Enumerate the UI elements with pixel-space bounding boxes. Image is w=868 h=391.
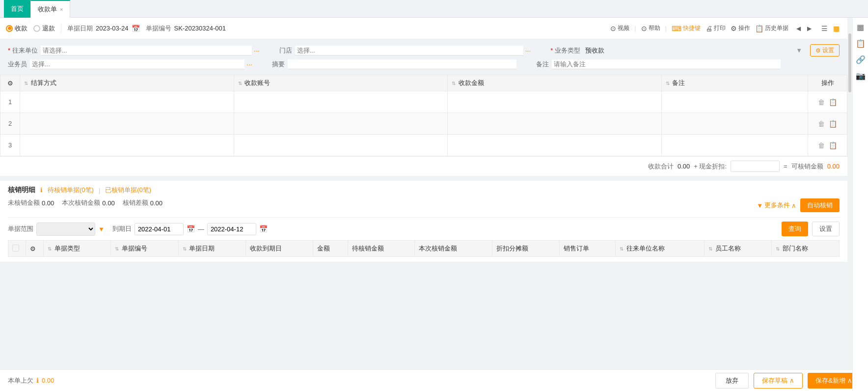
select-all-checkbox[interactable]: [12, 245, 19, 251]
nav-arrows: ◀ ▶: [793, 24, 814, 33]
sidebar-table-icon[interactable]: ▦: [857, 23, 864, 32]
amount-header: 收款金额: [459, 79, 484, 86]
next-arrow[interactable]: ▶: [804, 24, 814, 33]
number-value: SK-20230324-001: [174, 25, 226, 32]
video-btn[interactable]: ⊙ 视频: [610, 24, 629, 32]
date-separator: —: [198, 225, 204, 233]
print-btn[interactable]: 🖨 打印: [705, 24, 726, 32]
sidebar-link-icon[interactable]: 🔗: [856, 55, 866, 64]
delete-icon-2[interactable]: 🗑: [818, 120, 825, 128]
calendar-to-icon[interactable]: 📅: [259, 225, 268, 233]
staff-input[interactable]: [30, 59, 244, 69]
history-btn[interactable]: 📋 历史单据: [755, 24, 788, 32]
tab-close-icon[interactable]: ×: [60, 6, 63, 12]
abandon-label: 放弃: [726, 377, 738, 384]
bottom-info-icon[interactable]: ℹ: [36, 377, 39, 384]
tab-receipt[interactable]: 收款单 ×: [30, 0, 70, 18]
receipt-radio[interactable]: 收款: [6, 24, 27, 33]
account-cell-2[interactable]: [234, 113, 448, 135]
ops-btn[interactable]: ⚙ 操作: [731, 24, 750, 32]
tab-home[interactable]: 首页: [4, 0, 30, 18]
date-to-input[interactable]: [207, 223, 256, 235]
amount-cell-3[interactable]: [448, 135, 662, 156]
sort-partner: ⇅: [620, 246, 624, 251]
range-select[interactable]: [36, 223, 95, 236]
summary-input[interactable]: [288, 59, 516, 69]
store-more-icon[interactable]: ···: [525, 47, 531, 55]
sales-order-header: 销售订单: [564, 245, 589, 252]
verify-info-icon[interactable]: ℹ: [40, 187, 43, 194]
discount-input[interactable]: [731, 161, 780, 172]
toolbar-divider-1: [61, 24, 61, 33]
store-input[interactable]: [295, 46, 523, 56]
query-btn[interactable]: 查询: [782, 222, 808, 236]
pending-tab[interactable]: 待核销单据(0笔): [48, 186, 94, 195]
staff-more-icon[interactable]: ···: [246, 60, 252, 68]
refund-radio[interactable]: 退款: [33, 24, 55, 33]
table-row: 2 🗑 📋: [0, 113, 847, 135]
range-chevron[interactable]: ▼: [98, 225, 105, 233]
save-draft-label: 保存草稿: [762, 376, 787, 385]
range-field: 单据范围 ▼: [8, 223, 105, 236]
account-cell-3[interactable]: [234, 135, 448, 156]
grid-icon[interactable]: ▦: [831, 23, 841, 34]
store-label: 门店: [279, 46, 292, 55]
delete-icon-1[interactable]: 🗑: [818, 98, 825, 106]
list-icon[interactable]: ☰: [819, 23, 830, 34]
settlement-cell-1[interactable]: [20, 91, 234, 113]
verify-stats-row: 未核销金额 0.00 本次核销金额 0.00 核销差额 0.00 ▼ 更多条件 …: [8, 198, 840, 212]
copy-icon-1[interactable]: 📋: [829, 98, 837, 106]
row-num-1: 1: [0, 91, 20, 113]
row-num-3: 3: [0, 135, 20, 156]
partner-more-icon[interactable]: ···: [254, 47, 260, 55]
save-draft-btn[interactable]: 保存草稿 ∧: [754, 373, 803, 389]
th-checkbox[interactable]: [8, 241, 26, 257]
doc-type-header: 单据类型: [54, 245, 80, 252]
auto-verify-btn[interactable]: 自动核销: [800, 198, 840, 212]
calendar-from-icon[interactable]: 📅: [187, 225, 195, 233]
copy-icon-3[interactable]: 📋: [829, 141, 837, 149]
detail-settings-icon[interactable]: ⚙: [30, 245, 36, 252]
account-cell-1[interactable]: [234, 91, 448, 113]
scrollbar-area[interactable]: [847, 18, 852, 391]
shortcut-btn[interactable]: ⌨ 快捷键: [672, 24, 701, 32]
remark-cell-3[interactable]: [661, 135, 808, 156]
th-dept-name: ⇅ 部门名称: [772, 241, 840, 257]
form-settings-btn[interactable]: ⚙ 设置: [810, 44, 840, 56]
scrollbar-thumb[interactable]: [848, 33, 851, 92]
sidebar-doc-icon[interactable]: 📋: [856, 39, 866, 48]
summary-row: 收款合计 0.00 + 现金折扣: = 可核销金额 0.00: [0, 156, 847, 176]
th-settings[interactable]: ⚙: [0, 75, 20, 91]
th-detail-settings[interactable]: ⚙: [26, 241, 44, 257]
done-tab[interactable]: 已核销单据(0笔): [105, 186, 151, 195]
verify-settings-btn[interactable]: 设置: [812, 222, 840, 236]
biz-type-chevron[interactable]: ▼: [796, 47, 802, 54]
settlement-header: 结算方式: [31, 79, 56, 86]
date-field: 单据日期 2023-03-24 📅: [67, 24, 140, 33]
layout-icons: ☰ ▦: [819, 23, 841, 34]
abandon-btn[interactable]: 放弃: [715, 373, 749, 389]
table-settings-icon[interactable]: ⚙: [7, 80, 13, 87]
ops-cell-3: 🗑 📋: [808, 135, 847, 156]
history-icon: 📋: [755, 25, 763, 32]
help-btn[interactable]: ⊙ 帮助: [641, 24, 660, 32]
remark-input[interactable]: [552, 59, 781, 69]
prev-arrow[interactable]: ◀: [793, 24, 803, 33]
calendar-icon[interactable]: 📅: [132, 25, 140, 32]
settlement-cell-2[interactable]: [20, 113, 234, 135]
delete-icon-3[interactable]: 🗑: [818, 141, 825, 149]
amount-cell-2[interactable]: [448, 113, 662, 135]
account-header: 收款账号: [244, 79, 270, 86]
tab-home-label: 首页: [11, 4, 24, 13]
sort-doc-type: ⇅: [48, 246, 52, 251]
date-from-input[interactable]: [135, 223, 184, 235]
more-conditions-btn[interactable]: ▼ 更多条件 ∧: [757, 201, 796, 210]
settings-label: 设置: [822, 46, 834, 55]
remark-cell-1[interactable]: [661, 91, 808, 113]
remark-cell-2[interactable]: [661, 113, 808, 135]
amount-cell-1[interactable]: [448, 91, 662, 113]
sidebar-camera-icon[interactable]: 📷: [856, 71, 866, 81]
partner-input[interactable]: [41, 46, 252, 56]
copy-icon-2[interactable]: 📋: [829, 120, 837, 128]
settlement-cell-3[interactable]: [20, 135, 234, 156]
